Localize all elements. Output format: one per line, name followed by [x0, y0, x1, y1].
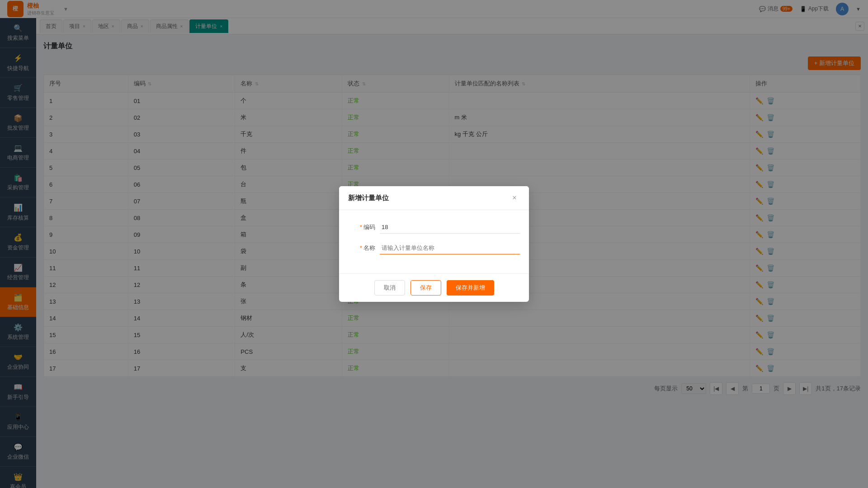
required-star: *: [360, 224, 362, 230]
code-input[interactable]: [380, 221, 520, 234]
cancel-button[interactable]: 取消: [374, 280, 405, 296]
save-and-new-button[interactable]: 保存并新增: [447, 280, 494, 296]
save-button[interactable]: 保存: [410, 280, 441, 296]
modal-header: 新增计量单位 ×: [339, 186, 529, 210]
add-unit-modal: 新增计量单位 × *编码 *名称 取消 保存 保存并新增: [339, 186, 529, 302]
modal-overlay: 新增计量单位 × *编码 *名称 取消 保存 保存并新增: [0, 0, 868, 488]
modal-footer: 取消 保存 保存并新增: [339, 273, 529, 302]
form-row-code: *编码: [348, 221, 520, 234]
modal-body: *编码 *名称: [339, 210, 529, 273]
form-row-name: *名称: [348, 242, 520, 254]
name-label: *名称: [348, 244, 375, 252]
modal-close-button[interactable]: ×: [509, 192, 520, 203]
code-label: *编码: [348, 223, 375, 231]
modal-title: 新增计量单位: [348, 194, 389, 202]
required-star-name: *: [360, 244, 362, 251]
name-input[interactable]: [380, 242, 520, 254]
